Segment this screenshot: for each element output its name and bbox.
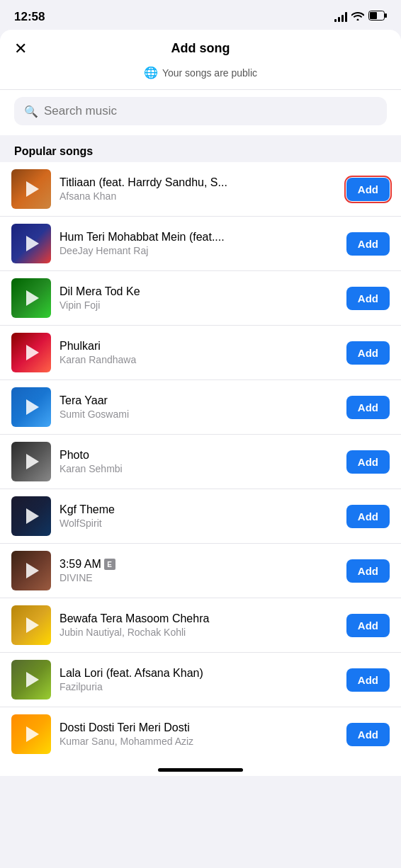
home-bar	[158, 768, 243, 772]
wifi-icon	[351, 11, 364, 23]
list-item: Hum Teri Mohabbat Mein (feat....DeeJay H…	[0, 217, 401, 271]
song-thumbnail	[11, 169, 51, 209]
search-bar[interactable]: 🔍	[14, 97, 387, 125]
page-title: Add song	[171, 41, 230, 56]
search-input[interactable]	[44, 104, 377, 118]
svg-rect-1	[385, 13, 387, 18]
status-bar: 12:58	[0, 0, 401, 30]
play-icon	[26, 672, 39, 687]
list-item: Dil Mera Tod KeVipin FojiAdd	[0, 271, 401, 326]
public-notice-text: Your songs are public	[162, 67, 257, 79]
song-thumbnail	[11, 714, 51, 754]
song-info: Tera YaarSumit Goswami	[60, 394, 338, 420]
song-title: Phulkari	[60, 340, 338, 353]
song-artist: Afsana Khan	[60, 190, 338, 202]
song-thumbnail	[11, 551, 51, 590]
close-button[interactable]: ✕	[14, 41, 27, 57]
song-info: Dosti Dosti Teri Meri DostiKumar Sanu, M…	[60, 721, 338, 747]
add-button[interactable]: Add	[346, 287, 390, 310]
song-artist: Vipin Foji	[60, 299, 338, 311]
add-button[interactable]: Add	[346, 668, 390, 692]
song-thumbnail	[11, 442, 51, 481]
list-item: Lala Lori (feat. Afsana Khan)FazilpuriaA…	[0, 653, 401, 707]
song-thumbnail	[11, 387, 51, 427]
add-button[interactable]: Add	[346, 232, 390, 256]
header: ✕ Add song 🌐 Your songs are public	[0, 30, 401, 90]
add-button[interactable]: Add	[346, 178, 390, 201]
add-button[interactable]: Add	[346, 614, 390, 637]
battery-icon	[368, 11, 387, 23]
list-item: 3:59 AMEDIVINEAdd	[0, 544, 401, 598]
song-info: Hum Teri Mohabbat Mein (feat....DeeJay H…	[60, 231, 338, 256]
song-info: Bewafa Tera Masoom ChehraJubin Nautiyal,…	[60, 612, 338, 638]
song-title: Tera Yaar	[60, 394, 338, 407]
play-icon	[26, 345, 39, 360]
list-item: Tera YaarSumit GoswamiAdd	[0, 380, 401, 435]
song-thumbnail	[11, 278, 51, 318]
song-artist: WolfSpirit	[60, 518, 338, 529]
song-artist: DeeJay Hemant Raj	[60, 245, 338, 256]
list-item: Titliaan (feat. Harrdy Sandhu, S...Afsan…	[0, 162, 401, 217]
song-thumbnail	[11, 496, 51, 536]
song-title: Dil Mera Tod Ke	[60, 285, 338, 298]
song-info: Titliaan (feat. Harrdy Sandhu, S...Afsan…	[60, 176, 338, 202]
song-artist: Karan Randhawa	[60, 354, 338, 365]
song-info: PhotoKaran Sehmbi	[60, 449, 338, 474]
popular-songs-label: Popular songs	[0, 135, 401, 162]
search-container: 🔍	[0, 90, 401, 135]
song-title: Bewafa Tera Masoom Chehra	[60, 612, 338, 625]
search-icon: 🔍	[24, 105, 38, 118]
add-button[interactable]: Add	[346, 559, 390, 583]
song-title: Titliaan (feat. Harrdy Sandhu, S...	[60, 176, 338, 189]
song-title: 3:59 AME	[60, 558, 338, 571]
status-time: 12:58	[14, 10, 45, 24]
public-notice: 🌐 Your songs are public	[14, 66, 387, 89]
play-icon	[26, 236, 39, 251]
song-info: Dil Mera Tod KeVipin Foji	[60, 285, 338, 311]
song-info: 3:59 AMEDIVINE	[60, 558, 338, 583]
song-artist: Fazilpuria	[60, 681, 338, 692]
svg-rect-2	[370, 12, 377, 19]
song-thumbnail	[11, 605, 51, 645]
song-artist: Sumit Goswami	[60, 409, 338, 420]
home-indicator	[0, 761, 401, 776]
add-button[interactable]: Add	[346, 450, 390, 474]
play-icon	[26, 508, 39, 524]
play-icon	[26, 617, 39, 633]
status-icons	[334, 11, 387, 23]
list-item: PhulkariKaran RandhawaAdd	[0, 326, 401, 380]
song-title: Kgf Theme	[60, 503, 338, 516]
song-title: Lala Lori (feat. Afsana Khan)	[60, 667, 338, 680]
explicit-badge: E	[104, 559, 115, 570]
song-info: Kgf ThemeWolfSpirit	[60, 503, 338, 529]
song-title: Photo	[60, 449, 338, 462]
song-thumbnail	[11, 333, 51, 372]
song-title: Hum Teri Mohabbat Mein (feat....	[60, 231, 338, 244]
add-button[interactable]: Add	[346, 505, 390, 528]
list-item: PhotoKaran SehmbiAdd	[0, 435, 401, 489]
song-artist: DIVINE	[60, 572, 338, 583]
song-thumbnail	[11, 660, 51, 699]
song-info: Lala Lori (feat. Afsana Khan)Fazilpuria	[60, 667, 338, 692]
play-icon	[26, 726, 39, 742]
add-button[interactable]: Add	[346, 723, 390, 746]
song-list: Titliaan (feat. Harrdy Sandhu, S...Afsan…	[0, 162, 401, 761]
song-info: PhulkariKaran Randhawa	[60, 340, 338, 365]
list-item: Dosti Dosti Teri Meri DostiKumar Sanu, M…	[0, 707, 401, 761]
song-thumbnail	[11, 224, 51, 263]
play-icon	[26, 181, 39, 197]
list-item: Kgf ThemeWolfSpiritAdd	[0, 489, 401, 544]
play-icon	[26, 290, 39, 306]
song-artist: Kumar Sanu, Mohammed Aziz	[60, 736, 338, 747]
globe-icon: 🌐	[144, 66, 158, 79]
add-button[interactable]: Add	[346, 341, 390, 365]
add-button[interactable]: Add	[346, 396, 390, 419]
play-icon	[26, 399, 39, 415]
play-icon	[26, 563, 39, 578]
list-item: Bewafa Tera Masoom ChehraJubin Nautiyal,…	[0, 598, 401, 653]
play-icon	[26, 454, 39, 469]
song-artist: Karan Sehmbi	[60, 463, 338, 474]
song-artist: Jubin Nautiyal, Rochak Kohli	[60, 627, 338, 638]
song-title: Dosti Dosti Teri Meri Dosti	[60, 721, 338, 734]
signal-icon	[334, 12, 347, 22]
